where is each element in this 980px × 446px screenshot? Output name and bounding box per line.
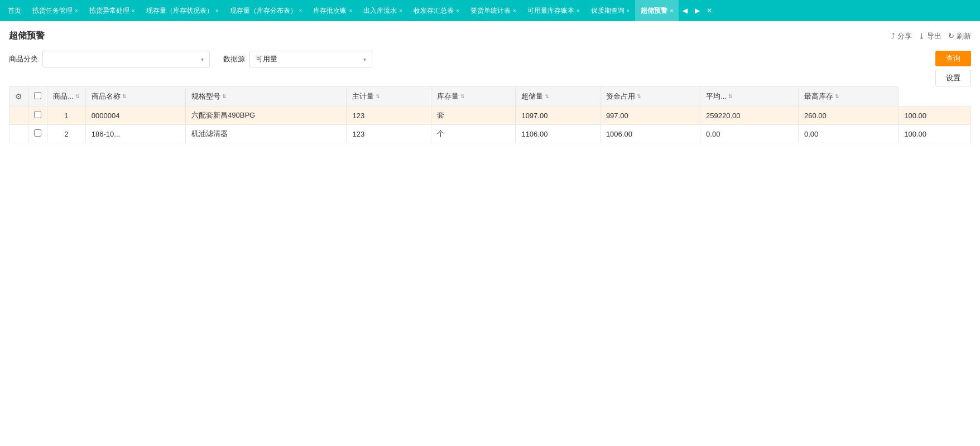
close-icon[interactable]: × [132, 8, 135, 14]
close-icon[interactable]: × [627, 8, 630, 14]
sort-icon: ⇅ [545, 94, 549, 99]
page-content: 超储预警 ⤴ 分享 ⤓ 导出 ↻ 刷新 商品分类 [0, 21, 980, 446]
row-index: 2 [47, 125, 86, 143]
row-unit: 套 [431, 106, 515, 125]
datasource-filter: 数据源 可用量 ▾ [223, 51, 372, 67]
row-checkbox-cell[interactable] [28, 125, 47, 143]
row-stock-qty: 1106.00 [516, 125, 600, 143]
settings-button[interactable]: 设置 [935, 70, 971, 86]
tab-inout-flow[interactable]: 出入库流水 × [358, 0, 408, 21]
close-icon[interactable]: × [513, 8, 516, 14]
row-product-name: 机油滤清器 [186, 125, 347, 143]
sort-icon: ⇅ [460, 94, 465, 99]
header-actions: ⤴ 分享 ⤓ 导出 ↻ 刷新 [891, 31, 971, 41]
row-checkbox-cell[interactable] [28, 106, 47, 125]
th-stock-qty[interactable]: 库存量 ⇅ [431, 87, 515, 106]
query-button[interactable]: 查询 [935, 51, 971, 66]
row-product-code: 0000004 [85, 106, 185, 125]
select-all-checkbox[interactable] [34, 92, 41, 99]
row-capital-occupied: 259220.00 [700, 106, 799, 125]
tab-stock-status[interactable]: 现存量（库存状况表） × [141, 0, 224, 21]
row-max-stock: 100.00 [899, 106, 971, 125]
row-gear-cell [9, 106, 28, 125]
row-overstock-qty: 1006.00 [600, 125, 700, 143]
close-icon[interactable]: × [577, 8, 580, 14]
table-row: 1 0000004 六配套新昌490BPG 123 套 1097.00 997.… [9, 106, 971, 125]
tab-overstock[interactable]: 超储预警 × [635, 0, 679, 21]
sort-icon: ⇅ [835, 94, 839, 99]
close-icon[interactable]: × [456, 8, 459, 14]
th-product-code[interactable]: 商品... ⇅ [47, 87, 86, 106]
close-icon[interactable]: × [349, 8, 352, 14]
row-product-name: 六配套新昌490BPG [186, 106, 347, 125]
tab-available[interactable]: 可用量库存账本 × [522, 0, 585, 21]
th-unit[interactable]: 主计量 ⇅ [347, 87, 431, 106]
share-icon: ⤴ [891, 32, 895, 40]
row-index: 1 [47, 106, 86, 125]
th-product-name[interactable]: 商品名称 ⇅ [85, 87, 185, 106]
sort-icon: ⇅ [122, 94, 127, 99]
th-overstock-qty[interactable]: 超储量 ⇅ [516, 87, 600, 106]
tab-stock-batch[interactable]: 库存批次账 × [308, 0, 358, 21]
top-navigation: 首页 拣货任务管理 × 拣货异常处理 × 现存量（库存状况表） × 现存量（库存… [0, 0, 980, 21]
row-overstock-qty: 997.00 [600, 106, 700, 125]
row-spec: 123 [347, 125, 431, 143]
tab-order-stat[interactable]: 要货单统计表 × [465, 0, 522, 21]
export-button[interactable]: ⤓ 导出 [919, 31, 941, 41]
sort-icon: ⇅ [376, 94, 380, 99]
table-row: 2 186-10... 机油滤清器 123 个 1106.00 1006.00 … [9, 125, 971, 143]
filter-section: 商品分类 ▾ 数据源 可用量 ▾ 查询 设置 [9, 51, 971, 86]
row-unit: 个 [431, 125, 515, 143]
page-header: 超储预警 ⤴ 分享 ⤓ 导出 ↻ 刷新 [9, 30, 971, 42]
close-icon[interactable]: × [670, 8, 673, 14]
tab-recv-send[interactable]: 收发存汇总表 × [408, 0, 465, 21]
close-icon[interactable]: × [75, 8, 78, 14]
tab-abnormal[interactable]: 拣货异常处理 × [84, 0, 141, 21]
tab-expiry[interactable]: 保质期查询 × [585, 0, 636, 21]
row-avg-price: 260.00 [799, 106, 899, 125]
th-checkbox[interactable] [28, 87, 47, 106]
row-checkbox[interactable] [34, 111, 41, 118]
row-product-code: 186-10... [85, 125, 185, 143]
tab-stock-dist[interactable]: 现存量（库存分布表） × [224, 0, 308, 21]
filter-row-1: 商品分类 ▾ 数据源 可用量 ▾ [9, 51, 372, 67]
row-avg-price: 0.00 [799, 125, 899, 143]
th-spec[interactable]: 规格型号 ⇅ [186, 87, 347, 106]
chevron-down-icon: ▾ [363, 56, 366, 62]
th-capital-occupied[interactable]: 资金占用 ⇅ [600, 87, 700, 106]
category-select[interactable]: ▾ [42, 51, 210, 67]
chevron-down-icon: ▾ [201, 56, 204, 62]
datasource-label: 数据源 [223, 54, 245, 64]
data-table: ⚙ 商品... ⇅ 商品名称 ⇅ [9, 86, 971, 143]
close-icon[interactable]: × [399, 8, 402, 14]
nav-next-button[interactable]: ▶ [691, 0, 703, 21]
close-icon[interactable]: × [299, 8, 302, 14]
datasource-select[interactable]: 可用量 ▾ [249, 51, 372, 67]
share-button[interactable]: ⤴ 分享 [891, 31, 912, 41]
row-gear-cell [9, 125, 28, 143]
tab-task-mgmt[interactable]: 拣货任务管理 × [27, 0, 84, 21]
th-gear[interactable]: ⚙ [9, 87, 28, 106]
page-title: 超储预警 [9, 30, 45, 42]
close-icon[interactable]: × [215, 8, 219, 14]
tab-home[interactable]: 首页 [2, 0, 27, 21]
th-max-stock[interactable]: 最高库存 ⇅ [799, 87, 899, 106]
export-icon: ⤓ [919, 32, 925, 40]
table-header-row: ⚙ 商品... ⇅ 商品名称 ⇅ [9, 87, 971, 106]
sort-icon: ⇅ [222, 94, 227, 99]
sort-icon: ⇅ [728, 94, 733, 99]
filters-container: 商品分类 ▾ 数据源 可用量 ▾ [9, 51, 372, 74]
refresh-icon: ↻ [948, 32, 954, 40]
refresh-button[interactable]: ↻ 刷新 [948, 31, 971, 41]
nav-prev-button[interactable]: ◀ [679, 0, 691, 21]
row-spec: 123 [347, 106, 431, 125]
sort-icon: ⇅ [75, 94, 80, 99]
row-stock-qty: 1097.00 [516, 106, 600, 125]
datasource-value: 可用量 [256, 54, 277, 64]
row-capital-occupied: 0.00 [700, 125, 799, 143]
row-checkbox[interactable] [34, 129, 41, 137]
category-filter: 商品分类 ▾ [9, 51, 210, 67]
nav-close-button[interactable]: ✕ [703, 0, 715, 21]
th-avg-price[interactable]: 平均... ⇅ [700, 87, 799, 106]
sort-icon: ⇅ [637, 94, 641, 99]
